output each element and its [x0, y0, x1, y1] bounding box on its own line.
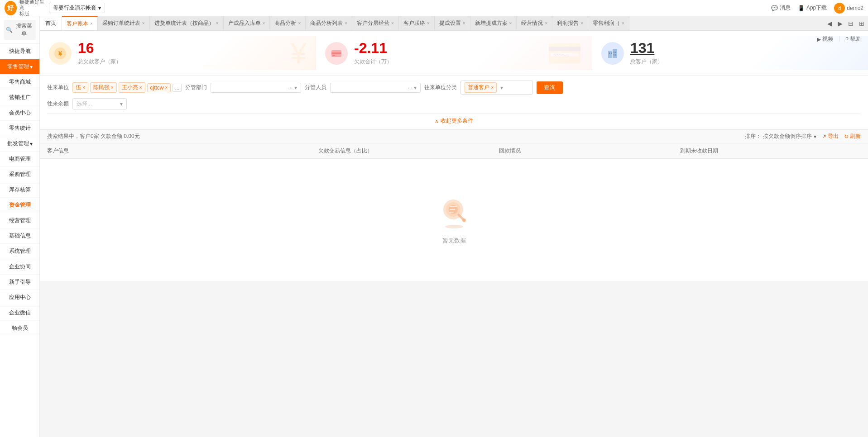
tab-close-customer-tier[interactable]: × — [391, 21, 394, 26]
dept-more-btn[interactable]: ··· — [288, 85, 293, 91]
tab-product-inbound[interactable]: 产成品入库单 × — [224, 16, 270, 31]
balance-select[interactable]: 选择... ▾ — [72, 98, 127, 109]
sidebar-item-retail-stats[interactable]: 零售统计 — [0, 121, 39, 136]
sidebar-item-enterprise-wechat[interactable]: 企业微信 — [0, 305, 39, 321]
remove-unit-tag-cjttcw[interactable]: × — [165, 85, 168, 90]
tab-minimize-btn[interactable]: ⊟ — [846, 19, 855, 28]
sidebar-item-purchase-mgmt[interactable]: 采购管理 — [0, 167, 39, 182]
tab-close-goods-analysis[interactable]: × — [298, 21, 301, 26]
chevron-down-icon: ▾ — [30, 141, 33, 147]
category-tag-normal: 普通客户 × — [465, 82, 497, 93]
tab-close-product-inbound[interactable]: × — [263, 21, 265, 26]
query-button[interactable]: 查询 — [537, 81, 563, 94]
sidebar-item-member-center[interactable]: 会员中心 — [0, 105, 39, 121]
message-btn[interactable]: 💬 消息 — [771, 4, 791, 12]
unit-tag-more[interactable]: ... — [173, 84, 182, 92]
tab-retail-profit[interactable]: 零售利润（ × — [588, 16, 629, 31]
sidebar-item-enterprise-coop[interactable]: 企业协同 — [0, 259, 39, 275]
tab-new-push-plan[interactable]: 新增提成方案 × — [470, 16, 517, 31]
overdue-customers-value: 16 — [78, 41, 121, 55]
tab-close-customer-account[interactable]: × — [90, 21, 93, 26]
sidebar-item-inventory[interactable]: 库存核算 — [0, 182, 39, 198]
tab-inbound-stats[interactable]: 进货单统计表（按商品） × — [150, 16, 224, 31]
tab-scroll-left-btn[interactable]: ◀ — [825, 19, 834, 28]
chevron-down-icon: ▾ — [30, 64, 33, 70]
category-filter-label: 往来单位分类 — [424, 84, 457, 91]
empty-state: 暂无数据 — [40, 159, 868, 281]
tab-close-purchase-order-stats[interactable]: × — [142, 21, 145, 26]
sidebar-item-batch-mgmt[interactable]: 批发管理 ▾ — [0, 136, 39, 152]
top-right-actions: 💬 消息 📱 App下载 d demo2 — [771, 3, 863, 14]
sidebar-item-sys-mgmt[interactable]: 系统管理 — [0, 244, 39, 259]
person-select[interactable]: ··· ▾ — [330, 83, 421, 93]
col-overdue-info: 欠款交易信息（占比） — [318, 147, 499, 155]
sidebar-item-retail-shop[interactable]: 零售商城 — [0, 75, 39, 90]
refresh-icon: ↻ — [844, 133, 849, 140]
tab-close-push-settings[interactable]: × — [463, 21, 465, 26]
tab-close-inbound-stats[interactable]: × — [216, 21, 219, 26]
video-btn[interactable]: ▶ 视频 — [817, 35, 833, 43]
tab-maximize-btn[interactable]: ⊞ — [857, 19, 866, 28]
sidebar-item-retail-mgmt[interactable]: 零售管理 ▾ — [0, 59, 39, 75]
sidebar-item-ecom-mgmt[interactable]: 电商管理 — [0, 152, 39, 167]
remove-unit-tag-wang[interactable]: × — [139, 85, 142, 90]
tab-close-new-push-plan[interactable]: × — [509, 21, 512, 26]
tab-close-goods-analysis-list[interactable]: × — [345, 21, 347, 26]
svg-rect-10 — [615, 52, 616, 53]
sidebar-item-app-center[interactable]: 应用中心 — [0, 290, 39, 305]
refresh-button[interactable]: ↻ 刷新 — [844, 133, 861, 140]
tab-close-retail-profit[interactable]: × — [622, 21, 624, 26]
yuan-icon: ¥ — [54, 47, 67, 60]
app-download-btn[interactable]: 📱 App下载 — [798, 4, 827, 12]
video-icon: ▶ — [817, 36, 821, 43]
tab-scroll-right-btn[interactable]: ▶ — [836, 19, 844, 28]
tab-controls: ◀ ▶ ⊟ ⊞ — [824, 19, 868, 28]
search-result-info: 搜索结果中，客户0家 欠款金额 0.00元 — [47, 133, 140, 140]
search-menu-button[interactable]: 🔍 搜索菜单 — [4, 20, 36, 40]
tab-close-profit-report[interactable]: × — [580, 21, 583, 26]
help-btn[interactable]: ? 帮助 — [845, 35, 861, 43]
tab-customer-tier[interactable]: 客户分层经营 × — [352, 16, 399, 31]
remove-unit-tag-wu[interactable]: × — [82, 85, 85, 90]
total-customers-value[interactable]: 131 — [630, 41, 663, 55]
sidebar-item-quick-nav[interactable]: 快捷导航 — [0, 44, 39, 59]
person-more-btn[interactable]: ··· — [408, 85, 412, 91]
dept-select[interactable]: ··· ▾ — [211, 83, 301, 93]
tab-push-settings[interactable]: 提成设置 × — [435, 16, 470, 31]
remove-category-tag[interactable]: × — [491, 85, 494, 90]
tab-close-customer-connect[interactable]: × — [427, 21, 430, 26]
system-selector[interactable]: 母婴行业演示帐套 ▾ — [49, 3, 105, 13]
collapse-button[interactable]: ∧ 收起更多条件 — [435, 117, 473, 125]
tab-goods-analysis-list[interactable]: 商品分析列表 × — [306, 16, 352, 31]
tab-customer-connect[interactable]: 客户联络 × — [399, 16, 435, 31]
category-select[interactable]: 普通客户 × ▾ — [460, 81, 533, 95]
tab-profit-report[interactable]: 利润报告 × — [552, 16, 588, 31]
remove-unit-tag-chen[interactable]: × — [111, 85, 114, 90]
overdue-customers-label: 总欠款客户（家） — [78, 58, 121, 66]
tab-purchase-order-stats[interactable]: 采购订单统计表 × — [98, 16, 150, 31]
building-icon — [606, 47, 619, 60]
unit-tag-wu: 伍 × — [72, 82, 88, 93]
chevron-down-icon: ▾ — [814, 133, 816, 140]
col-customer-info: 客户信息 — [47, 147, 318, 155]
filter-row-2: 往来余额 选择... ▾ — [47, 98, 861, 109]
empty-text: 暂无数据 — [442, 237, 466, 245]
tab-goods-analysis[interactable]: 商品分析 × — [270, 16, 306, 31]
sort-select[interactable]: 排序： 按欠款金额倒序排序 ▾ — [745, 133, 816, 140]
sidebar-item-marketing[interactable]: 营销推广 — [0, 90, 39, 105]
svg-rect-12 — [615, 54, 616, 56]
sidebar-item-basic-info[interactable]: 基础信息 — [0, 228, 39, 244]
chevron-down-icon: ▾ — [98, 5, 101, 11]
export-button[interactable]: ↗ 导出 — [822, 133, 839, 140]
sidebar-item-vip-member[interactable]: 畅会员 — [0, 321, 39, 336]
sidebar-item-ops-mgmt[interactable]: 经营管理 — [0, 213, 39, 228]
tab-close-ops-situation[interactable]: × — [545, 21, 547, 26]
tab-ops-situation[interactable]: 经营情况 × — [517, 16, 552, 31]
logo-text: 畅捷通好生意 标版 — [19, 0, 44, 17]
tab-customer-account[interactable]: 客户账本 × — [62, 16, 98, 31]
unit-filter-label: 往来单位 — [47, 84, 69, 91]
sidebar-item-new-guide[interactable]: 新手引导 — [0, 275, 39, 290]
tab-home[interactable]: 首页 — [40, 16, 62, 31]
user-avatar-area[interactable]: d demo2 — [834, 3, 863, 14]
sidebar-item-capital-mgmt[interactable]: 资金管理 — [0, 198, 39, 213]
